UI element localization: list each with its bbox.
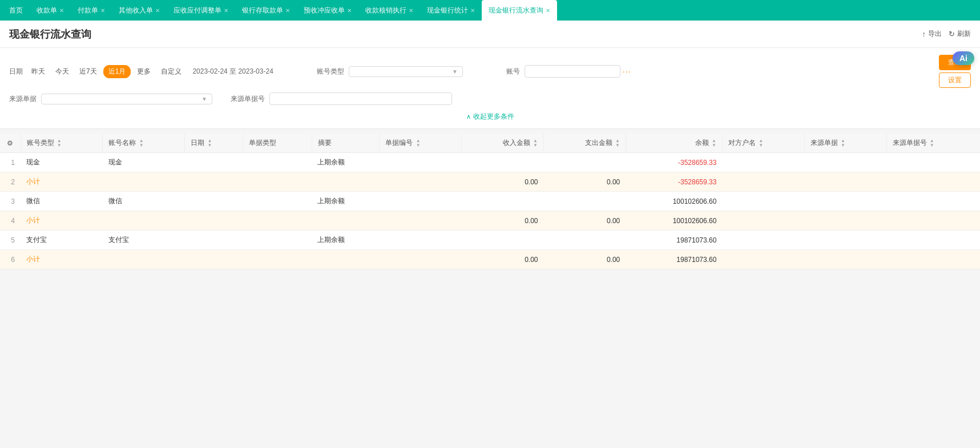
nav-tab-5[interactable]: 预收冲应收单 ✕ (297, 0, 358, 21)
nav-tab-8[interactable]: 现金银行流水查询 ✕ (482, 0, 557, 21)
col-source-doc: 来源单据 ▲▼ (804, 134, 886, 153)
cell-source-doc (804, 153, 886, 172)
cell-doc-type (243, 153, 312, 172)
cell-source-doc (804, 231, 886, 250)
nav-tab-6[interactable]: 收款核销执行 ✕ (358, 0, 420, 21)
close-icon[interactable]: ✕ (285, 7, 290, 14)
nav-tab-3[interactable]: 应收应付调整单 ✕ (167, 0, 235, 21)
collapse-bar[interactable]: ∧ 收起更多条件 (9, 110, 971, 122)
filter-row-1: 日期 昨天 今天 近7天 近1月 更多 自定义 2023-02-24 至 202… (9, 55, 971, 88)
nav-tab-2[interactable]: 其他收入单 ✕ (112, 0, 167, 21)
cell-doc-no (380, 192, 462, 211)
col-source-doc-label: 来源单据 (810, 139, 838, 147)
close-icon[interactable]: ✕ (470, 7, 475, 14)
col-doc-type: 单据类型 (243, 134, 312, 153)
cell-source-doc (804, 172, 886, 192)
cell-income (462, 231, 544, 250)
sort-icon[interactable]: ▲▼ (139, 139, 144, 148)
cell-doc-type (243, 211, 312, 231)
col-account-type: 账号类型 ▲▼ (21, 134, 103, 153)
export-icon: ↑ (922, 30, 926, 38)
table-row: 6 小计 0.00 0.00 19871073.60 (0, 250, 980, 269)
sort-icon[interactable]: ▲▼ (841, 139, 845, 148)
cell-num: 4 (0, 211, 21, 231)
cell-counterpart (722, 153, 804, 172)
account-no-input[interactable] (525, 65, 620, 78)
cell-balance: 100102606.60 (626, 211, 722, 231)
col-summary: 摘要 (312, 134, 380, 153)
cell-doc-no (380, 172, 462, 192)
close-icon[interactable]: ✕ (59, 7, 64, 14)
cell-income (462, 153, 544, 172)
export-button[interactable]: ↑ 导出 (922, 29, 942, 39)
col-date-label: 日期 (191, 139, 204, 147)
cell-source-doc-no (886, 153, 980, 172)
collapse-label: 收起更多条件 (473, 112, 514, 122)
date-btn-more[interactable]: 更多 (133, 65, 155, 78)
cell-income (462, 192, 544, 211)
chevron-up-icon: ∧ (466, 113, 471, 120)
sort-icon[interactable]: ▲▼ (759, 139, 763, 148)
refresh-button[interactable]: ↻ 刷新 (949, 29, 971, 39)
cell-num: 6 (0, 250, 21, 269)
source-doc-filter-group: 来源单据 ▼ (9, 94, 212, 104)
cell-expense (544, 192, 626, 211)
close-icon[interactable]: ✕ (347, 7, 352, 14)
sort-icon[interactable]: ▲▼ (712, 139, 716, 148)
source-doc-no-input[interactable] (269, 92, 452, 105)
table-header-row: ⚙ 账号类型 ▲▼ 账号名称 ▲▼ 日期 ▲▼ 单据类型 摘 (0, 134, 980, 153)
account-no-filter-group: 账号 ··· (506, 65, 631, 78)
close-icon[interactable]: ✕ (100, 7, 105, 14)
cell-account-name: 现金 (103, 153, 185, 172)
nav-home[interactable]: 首页 (2, 6, 30, 15)
gear-icon[interactable]: ⚙ (7, 139, 13, 147)
sort-icon[interactable]: ▲▼ (207, 139, 212, 148)
close-icon[interactable]: ✕ (546, 7, 550, 14)
nav-tab-1[interactable]: 付款单 ✕ (71, 0, 112, 21)
col-counterpart-label: 对方户名 (728, 139, 756, 147)
sort-icon[interactable]: ▲▼ (615, 139, 620, 148)
cell-doc-type (243, 192, 312, 211)
cell-source-doc (804, 250, 886, 269)
account-type-select[interactable]: ▼ (349, 66, 463, 77)
cell-doc-no (380, 153, 462, 172)
cell-doc-no (380, 231, 462, 250)
nav-tab-0[interactable]: 收款单 ✕ (30, 0, 71, 21)
setting-button[interactable]: 设置 (939, 72, 971, 88)
cell-account-name: 微信 (103, 192, 185, 211)
close-icon[interactable]: ✕ (409, 7, 413, 14)
sort-icon[interactable]: ▲▼ (533, 139, 538, 148)
col-expense: 支出金额 ▲▼ (544, 134, 626, 153)
table-row: 3 微信 微信 上期余额 100102606.60 (0, 192, 980, 211)
date-btn-yesterday[interactable]: 昨天 (27, 65, 49, 78)
nav-tab-7[interactable]: 现金银行统计 ✕ (420, 0, 482, 21)
account-no-dots[interactable]: ··· (623, 67, 631, 76)
cell-expense: 0.00 (544, 172, 626, 192)
date-btn-today[interactable]: 今天 (51, 65, 73, 78)
date-options: 昨天 今天 近7天 近1月 更多 自定义 (27, 65, 185, 78)
source-doc-select[interactable]: ▼ (41, 94, 212, 104)
close-icon[interactable]: ✕ (224, 7, 228, 14)
cell-account-name (103, 250, 185, 269)
sort-icon[interactable]: ▲▼ (930, 139, 934, 148)
date-btn-1month[interactable]: 近1月 (103, 65, 131, 78)
date-btn-7days[interactable]: 近7天 (75, 65, 101, 78)
nav-tab-4[interactable]: 银行存取款单 ✕ (235, 0, 297, 21)
filter-area: 日期 昨天 今天 近7天 近1月 更多 自定义 2023-02-24 至 202… (0, 48, 980, 129)
cell-expense: 0.00 (544, 211, 626, 231)
top-nav: 首页 收款单 ✕ 付款单 ✕ 其他收入单 ✕ 应收应付调整单 ✕ 银行存取款单 … (0, 0, 980, 21)
close-icon[interactable]: ✕ (155, 7, 160, 14)
date-btn-custom[interactable]: 自定义 (157, 65, 185, 78)
cell-balance: -3528659.33 (626, 153, 722, 172)
ai-badge[interactable]: Ai (953, 51, 974, 65)
cell-source-doc-no (886, 172, 980, 192)
header-actions: ↑ 导出 ↻ 刷新 (922, 29, 971, 39)
account-no-label: 账号 (506, 67, 520, 76)
cell-balance: 19871073.60 (626, 231, 722, 250)
col-gear[interactable]: ⚙ (0, 134, 21, 153)
sort-icon[interactable]: ▲▼ (57, 139, 62, 148)
cell-balance: -3528659.33 (626, 172, 722, 192)
cell-doc-type (243, 250, 312, 269)
sort-icon[interactable]: ▲▼ (416, 139, 421, 148)
cell-summary: 上期余额 (312, 192, 380, 211)
